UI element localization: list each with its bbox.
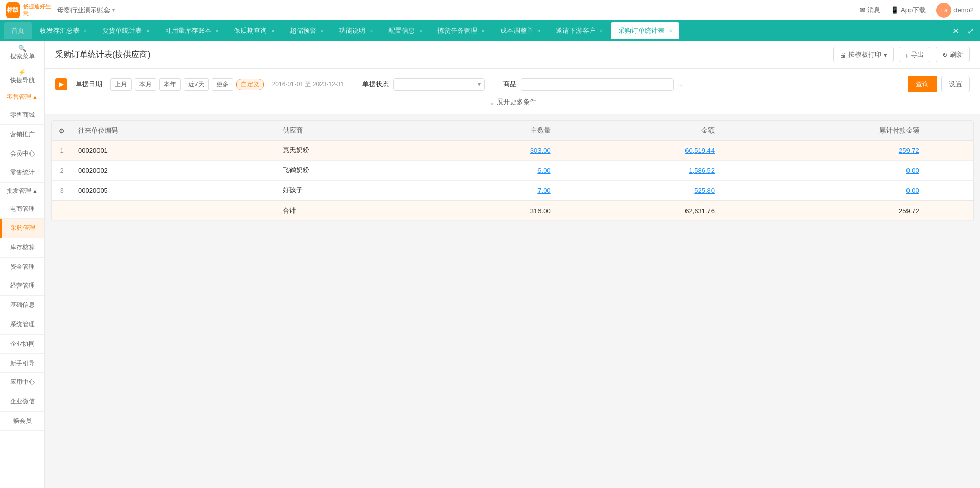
refresh-button[interactable]: ↻ 刷新 — [936, 47, 970, 62]
new-guide-label: 新手引导 — [2, 359, 42, 368]
top-bar: 标版 畅捷通好生意 母婴行业演示账套 ▾ ✉ 消息 📱 App下载 Ea dem… — [0, 0, 980, 20]
sidebar-item-system-mgmt[interactable]: 系统管理 — [0, 315, 44, 335]
page-title: 采购订单统计表(按供应商) — [55, 49, 151, 66]
main-qty-2[interactable]: 6.00 — [429, 161, 556, 181]
message-button[interactable]: ✉ 消息 — [860, 6, 880, 15]
sidebar-item-retail-mgmt[interactable]: 零售管理 ▲ — [0, 89, 44, 106]
tab-available-stock-close[interactable]: × — [215, 28, 218, 34]
vip-member-label: 畅会员 — [2, 417, 42, 425]
col-paid-amount: 累计付款金额 — [721, 121, 925, 141]
goods-input[interactable] — [521, 78, 674, 91]
print-button[interactable]: 🖨 按模板打印 ▾ — [833, 47, 894, 62]
filter-toggle-btn[interactable]: ▶ — [55, 78, 67, 90]
finance-label: 资金管理 — [2, 263, 42, 271]
tab-function-close[interactable]: × — [370, 28, 373, 34]
export-button[interactable]: ↓ 导出 — [899, 47, 931, 62]
unit-code-1: 00020001 — [72, 141, 277, 161]
tab-config-close[interactable]: × — [419, 28, 422, 34]
search-button[interactable]: 查询 — [908, 76, 937, 92]
tab-order-summary[interactable]: 要货单统计表 × — [95, 22, 156, 39]
tab-cost-close[interactable]: × — [537, 28, 541, 34]
goods-filter-label: 商品 — [503, 80, 517, 89]
logo-icon: 标版 — [6, 2, 20, 18]
sidebar-item-new-guide[interactable]: 新手引导 — [0, 354, 44, 373]
close-tab-icon[interactable]: ✕ — [950, 24, 961, 38]
row-num-3: 3 — [52, 181, 72, 201]
sidebar-item-retail-shop[interactable]: 零售商城 — [0, 106, 44, 125]
sidebar-item-operation-mgmt[interactable]: 经营管理 — [0, 276, 44, 296]
main-qty-1[interactable]: 303.00 — [429, 141, 556, 161]
gear-settings-icon[interactable]: ⚙ — [59, 127, 65, 135]
tab-invite-close[interactable]: × — [600, 28, 603, 34]
status-select[interactable] — [393, 78, 485, 91]
goods-more-icon[interactable]: ··· — [678, 81, 683, 88]
settings-button[interactable]: 设置 — [941, 76, 970, 92]
footer-paid-amount: 259.72 — [721, 200, 925, 221]
user-avatar: Ea — [936, 3, 951, 18]
date-btn-this-month[interactable]: 本月 — [135, 78, 156, 91]
workspace-selector[interactable]: 母婴行业演示账套 ▾ — [51, 6, 121, 15]
sidebar-item-retail-stats[interactable]: 零售统计 — [0, 163, 44, 183]
sidebar-item-enterprise-collab[interactable]: 企业协同 — [0, 335, 44, 354]
data-table-area: ⚙ 往来单位编码 供应商 主数量 金额 累计付款金额 1 00020001 — [51, 120, 974, 221]
filter-area: ▶ 单据日期 上月 本月 本年 近7天 更多 自定义 2016-01-01 至 … — [45, 69, 980, 114]
sidebar-quick-nav[interactable]: ⚡ 快捷导航 — [0, 65, 44, 89]
date-range-display: 2016-01-01 至 2023-12-31 — [272, 80, 344, 89]
sidebar-item-purchase-mgmt[interactable]: 采购管理 — [0, 219, 44, 238]
print-arrow-icon: ▾ — [884, 51, 887, 59]
tab-pick-task[interactable]: 拣货任务管理 × — [430, 22, 492, 39]
expand-label: 展开更多条件 — [497, 97, 536, 107]
main-qty-3[interactable]: 7.00 — [429, 181, 556, 201]
date-btn-more[interactable]: 更多 — [212, 78, 233, 91]
footer-main-qty: 316.00 — [429, 200, 556, 221]
tab-expiry-close[interactable]: × — [271, 28, 274, 34]
sidebar-item-enterprise-wechat[interactable]: 企业微信 — [0, 392, 44, 412]
nav-tab-right: ✕ ⤢ — [950, 24, 976, 38]
tab-config-info[interactable]: 配置信息 × — [381, 22, 429, 39]
tab-cost-adjust[interactable]: 成本调整单 × — [493, 22, 548, 39]
sidebar-item-app-center[interactable]: 应用中心 — [0, 373, 44, 392]
paid-amount-1[interactable]: 259.72 — [721, 141, 925, 161]
amount-3[interactable]: 525.80 — [557, 181, 721, 201]
amount-1[interactable]: 60,519.44 — [557, 141, 721, 161]
search-icon: 🔍 — [2, 45, 42, 52]
date-btn-last-month[interactable]: 上月 — [110, 78, 132, 91]
amount-2[interactable]: 1,586.52 — [557, 161, 721, 181]
tab-function-desc[interactable]: 功能说明 × — [332, 22, 380, 39]
paid-amount-2[interactable]: 0.00 — [721, 161, 925, 181]
sidebar-item-member-center[interactable]: 会员中心 — [0, 144, 44, 164]
tab-pick-close[interactable]: × — [481, 28, 484, 34]
tab-collect-send-label: 收发存汇总表 — [40, 26, 80, 35]
tab-purchase-close[interactable]: × — [669, 28, 672, 34]
sidebar-item-marketing[interactable]: 营销推广 — [0, 125, 44, 144]
sidebar-item-stock-check[interactable]: 库存核算 — [0, 238, 44, 258]
sidebar-item-finance-mgmt[interactable]: 资金管理 — [0, 258, 44, 277]
sidebar-item-vip-member[interactable]: 畅会员 — [0, 412, 44, 431]
app-download-button[interactable]: 📱 App下载 — [891, 6, 926, 15]
tab-collect-send-close[interactable]: × — [84, 28, 87, 34]
date-btn-7days[interactable]: 近7天 — [184, 78, 209, 91]
tab-home[interactable]: 首页 — [4, 22, 32, 39]
tab-overstock-close[interactable]: × — [321, 28, 324, 34]
tab-available-stock[interactable]: 可用量库存账本 × — [158, 22, 226, 39]
header-actions: 🖨 按模板打印 ▾ ↓ 导出 ↻ 刷新 — [833, 47, 970, 68]
tab-overstock-alert[interactable]: 超储预警 × — [283, 22, 331, 39]
tab-collect-send[interactable]: 收发存汇总表 × — [33, 22, 94, 39]
sidebar-item-ecommerce-mgmt[interactable]: 电商管理 — [0, 199, 44, 219]
expand-tab-icon[interactable]: ⤢ — [965, 24, 976, 38]
tab-expiry-query[interactable]: 保质期查询 × — [227, 22, 281, 39]
sidebar-item-wholesale-mgmt[interactable]: 批发管理 ▲ — [0, 183, 44, 199]
custom-date-tag[interactable]: 自定义 — [236, 79, 264, 90]
footer-amount: 62,631.76 — [557, 200, 721, 221]
sidebar-item-basic-info[interactable]: 基础信息 — [0, 296, 44, 315]
tab-purchase-summary[interactable]: 采购订单统计表 × — [611, 22, 679, 39]
status-filter: 单据状态 — [362, 78, 485, 91]
sidebar-search[interactable]: 🔍 搜索菜单 — [0, 41, 44, 65]
enterprise-wechat-label: 企业微信 — [2, 397, 42, 406]
user-profile[interactable]: Ea demo2 — [936, 3, 974, 18]
expand-more-conditions[interactable]: ⌄ 展开更多条件 — [55, 97, 970, 107]
paid-amount-3[interactable]: 0.00 — [721, 181, 925, 201]
tab-order-summary-close[interactable]: × — [146, 28, 149, 34]
tab-invite-downstream[interactable]: 邀请下游客户 × — [549, 22, 610, 39]
date-btn-this-year[interactable]: 本年 — [159, 78, 181, 91]
